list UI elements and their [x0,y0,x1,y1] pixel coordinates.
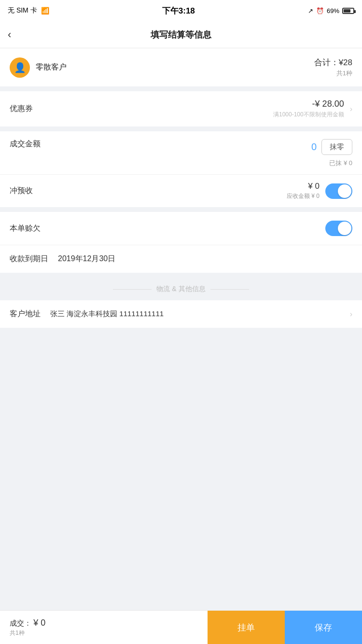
round-button[interactable]: 抹零 [321,139,352,155]
bottom-deal-label: 成交： [10,619,31,627]
flush-amount: ¥ 0 [287,182,320,191]
flush-amounts: ¥ 0 应收金额 ¥ 0 [287,182,320,200]
status-time: 下午3:18 [162,5,195,16]
coupon-right: -¥ 28.00 满1000-100不限制使用金额 › [273,99,352,119]
battery-icon [342,8,354,14]
flush-label: 冲预收 [10,186,33,196]
address-label: 客户地址 [10,309,41,319]
customer-row: 👤 零散客户 合计：¥28 共1种 [0,48,362,86]
chevron-right-icon: › [350,105,352,113]
status-left: 无 SIM 卡 📶 [8,6,49,15]
coupon-label: 优惠券 [10,104,33,114]
save-button[interactable]: 保存 [285,611,362,644]
deal-amount-row: 成交金额 0 抹零 [0,131,362,159]
coupon-card[interactable]: 优惠券 -¥ 28.00 满1000-100不限制使用金额 › [0,91,362,126]
customer-total: 合计：¥28 共1种 [314,57,352,78]
back-button[interactable]: ‹ [8,28,11,41]
bottom-summary: 成交： ¥ 0 共1种 [0,618,208,637]
due-date-row: 收款到期日 2019年12月30日 [0,245,362,273]
page-title: 填写结算等信息 [151,29,211,41]
wifi-icon: 📶 [41,7,49,14]
total-count: 共1种 [314,69,352,78]
logistics-divider: 物流 & 其他信息 [0,278,362,300]
flush-row: 冲预收 ¥ 0 应收金额 ¥ 0 [0,174,362,207]
deal-right: 0 抹零 [311,139,352,155]
bottom-deal: 成交： ¥ 0 [10,618,198,628]
customer-name: 零散客户 [36,62,67,72]
credit-toggle[interactable] [325,221,352,236]
deal-value[interactable]: 0 [311,141,317,153]
due-date-label: 收款到期日 [10,254,48,264]
empty-space [0,333,362,429]
logistics-label: 物流 & 其他信息 [108,285,253,294]
deal-sub: 已抹 ¥ 0 [0,159,362,174]
flush-right: ¥ 0 应收金额 ¥ 0 [287,182,352,200]
bottom-actions: 挂单 保存 [208,611,362,644]
credit-section: 本单赊欠 收款到期日 2019年12月30日 [0,212,362,273]
customer-left: 👤 零散客户 [10,57,67,78]
total-amount: 合计：¥28 [314,57,352,68]
carrier-text: 无 SIM 卡 [8,6,37,15]
bottom-deal-amount: ¥ 0 [33,618,45,628]
flush-sub: 应收金额 ¥ 0 [287,192,320,200]
coupon-amount: -¥ 28.00 [273,99,344,109]
main-content: 👤 零散客户 合计：¥28 共1种 优惠券 -¥ 28.00 满1000-100… [0,48,362,429]
address-row[interactable]: 客户地址 张三 海淀永丰科技园 11111111111 › [0,300,362,328]
alarm-icon: ⏰ [316,7,324,14]
status-bar: 无 SIM 卡 📶 下午3:18 ↗ ⏰ 69% [0,0,362,21]
logistics-section: 物流 & 其他信息 客户地址 张三 海淀永丰科技园 11111111111 › [0,278,362,328]
address-value: 张三 海淀永丰科技园 11111111111 [50,309,348,319]
status-right: ↗ ⏰ 69% [308,7,354,14]
coupon-description: 满1000-100不限制使用金额 [273,111,344,119]
coupon-row[interactable]: 优惠券 -¥ 28.00 满1000-100不限制使用金额 › [0,91,362,126]
credit-toggle-knob [338,222,351,235]
due-content: 收款到期日 2019年12月30日 [10,254,352,264]
due-date-value[interactable]: 2019年12月30日 [58,254,115,264]
customer-card: 👤 零散客户 合计：¥28 共1种 [0,48,362,86]
avatar-icon: 👤 [14,62,26,73]
battery-percent: 69% [327,7,339,14]
location-icon: ↗ [308,7,313,14]
toggle-knob [338,184,351,198]
bottom-count: 共1种 [10,629,198,637]
hold-button[interactable]: 挂单 [208,611,285,644]
credit-row: 本单赊欠 [0,212,362,245]
credit-label: 本单赊欠 [10,224,41,234]
flush-left: 冲预收 [10,186,33,196]
deal-amount-label: 成交金额 [10,139,41,149]
deal-card: 成交金额 0 抹零 已抹 ¥ 0 冲预收 ¥ 0 应收金额 ¥ 0 [0,131,362,207]
address-chevron-icon: › [350,310,352,319]
flush-toggle[interactable] [325,183,352,199]
bottom-bar: 成交： ¥ 0 共1种 挂单 保存 [0,610,362,644]
nav-bar: ‹ 填写结算等信息 [0,21,362,48]
avatar: 👤 [10,57,30,78]
